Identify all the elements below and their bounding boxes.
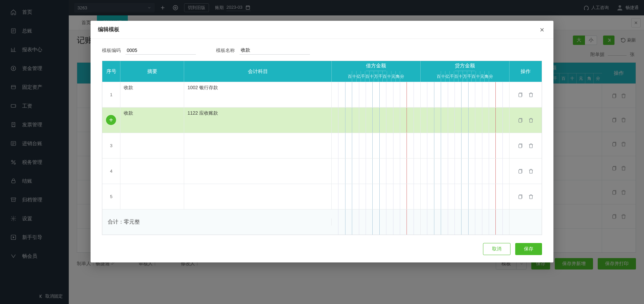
row-account[interactable] [184,159,332,184]
row-seq: 4 [102,159,120,184]
svg-rect-23 [519,144,522,148]
add-row-button[interactable]: + [106,115,116,125]
col-debit-group: 借方金额 百十亿千百十万千百十元角分 [332,61,421,82]
template-row[interactable]: 3 [102,133,542,158]
delete-row-icon[interactable] [528,194,534,200]
col-account: 会计科目 [184,61,332,82]
copy-row-icon[interactable] [517,117,523,123]
col-summary: 摘要 [120,61,184,82]
row-debit[interactable] [332,82,421,107]
row-seq: 5 [102,184,120,209]
save-template-button[interactable]: 保存 [515,243,542,255]
template-name-input[interactable] [239,46,310,55]
row-debit[interactable] [332,133,421,158]
row-summary[interactable]: 收款 [120,82,184,107]
copy-row-icon[interactable] [517,143,523,149]
template-row[interactable]: +收款1122 应收账款 [102,107,542,133]
row-seq: + [102,108,120,133]
row-debit[interactable] [332,108,421,133]
template-name-label: 模板名称 [216,48,235,54]
row-account[interactable]: 1122 应收账款 [184,108,332,133]
row-credit[interactable] [421,108,509,133]
delete-row-icon[interactable] [528,168,534,174]
row-account[interactable] [184,133,332,158]
row-credit[interactable] [421,133,509,158]
row-debit[interactable] [332,184,421,209]
delete-row-icon[interactable] [528,117,534,123]
row-actions [509,159,542,184]
col-seq: 序号 [102,61,120,82]
svg-rect-22 [519,119,522,122]
copy-row-icon[interactable] [517,168,523,174]
total-label: 合计：零元整 [102,219,332,226]
row-seq: 1 [102,82,120,107]
row-seq: 3 [102,133,120,158]
row-summary[interactable] [120,133,184,158]
row-actions [509,82,542,107]
template-code-label: 模板编码 [102,48,121,54]
template-code-input[interactable] [125,46,196,55]
edit-template-dialog: 编辑模板 模板编码 模板名称 序号 摘要 会计科目 [91,21,553,262]
cancel-button[interactable]: 取消 [483,243,511,255]
col-credit-group: 贷方金额 百十亿千百十万千百十元角分 [421,61,509,82]
row-actions [509,108,542,133]
template-row[interactable]: 5 [102,184,542,209]
row-summary[interactable]: 收款 [120,108,184,133]
col-op: 操作 [509,61,542,82]
row-actions [509,133,542,158]
modal-overlay: 编辑模板 模板编码 模板名称 序号 摘要 会计科目 [0,0,644,304]
svg-rect-24 [519,170,522,173]
delete-row-icon[interactable] [528,92,534,98]
row-summary[interactable] [120,184,184,209]
copy-row-icon[interactable] [517,194,523,200]
svg-rect-21 [519,93,522,97]
row-credit[interactable] [421,159,509,184]
row-actions [509,184,542,209]
dialog-close-button[interactable] [538,26,546,34]
row-credit[interactable] [421,82,509,107]
row-account[interactable]: 1002 银行存款 [184,82,332,107]
dialog-title: 编辑模板 [98,26,119,33]
delete-row-icon[interactable] [528,143,534,149]
template-table: 序号 摘要 会计科目 借方金额 百十亿千百十万千百十元角分 贷方金额 百十亿千百… [102,61,542,235]
row-credit[interactable] [421,184,509,209]
close-icon [539,27,545,33]
template-row[interactable]: 4 [102,158,542,184]
row-debit[interactable] [332,159,421,184]
row-summary[interactable] [120,159,184,184]
svg-rect-25 [519,195,522,199]
row-account[interactable] [184,184,332,209]
copy-row-icon[interactable] [517,92,523,98]
template-row[interactable]: 1收款1002 银行存款 [102,82,542,107]
